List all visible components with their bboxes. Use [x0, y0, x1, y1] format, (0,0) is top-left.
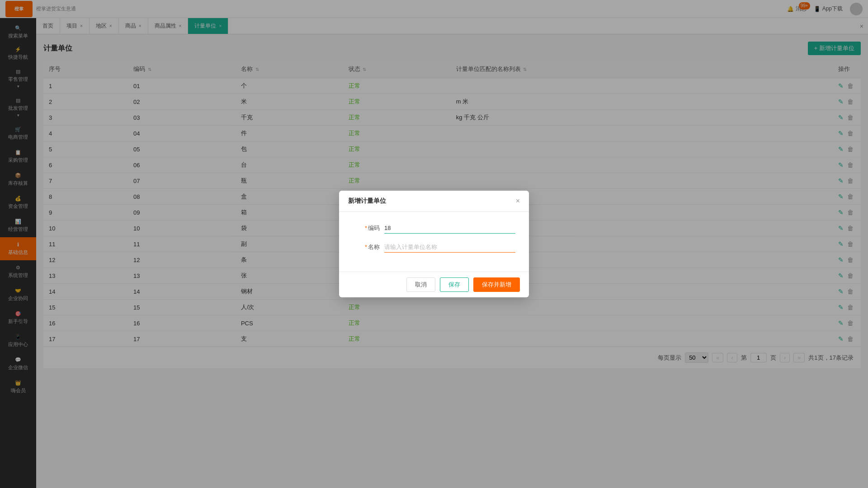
name-input[interactable] [384, 242, 515, 253]
cancel-button[interactable]: 取消 [406, 277, 435, 292]
save-add-button[interactable]: 保存并新增 [473, 277, 520, 292]
save-button[interactable]: 保存 [440, 277, 469, 292]
name-required-mark: * [365, 244, 367, 250]
modal-title: 新增计量单位 [348, 197, 386, 205]
modal-header: 新增计量单位 × [339, 191, 529, 212]
form-row-name: *名称 [353, 242, 515, 253]
code-label: *编码 [353, 224, 380, 232]
code-input[interactable] [384, 223, 515, 234]
add-unit-modal: 新增计量单位 × *编码 *名称 取消 保存 保存并新增 [339, 191, 529, 297]
modal-footer: 取消 保存 保存并新增 [339, 272, 529, 297]
code-required-mark: * [365, 225, 367, 231]
name-label: *名称 [353, 243, 380, 251]
modal-close-btn[interactable]: × [516, 197, 520, 205]
modal-overlay[interactable]: 新增计量单位 × *编码 *名称 取消 保存 保存并新增 [0, 0, 868, 488]
modal-body: *编码 *名称 [339, 212, 529, 272]
form-row-code: *编码 [353, 223, 515, 234]
